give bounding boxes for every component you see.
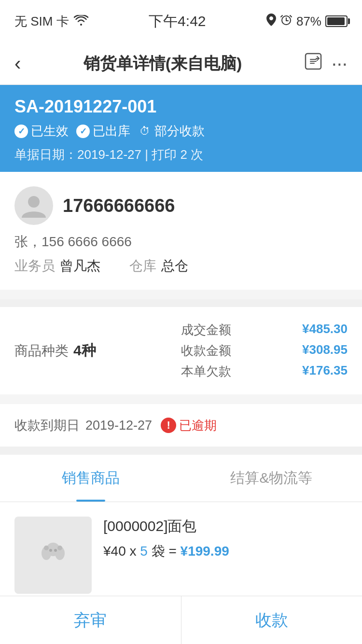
stats-card: 商品种类 4种 成交金额 ¥485.30 收款金额 ¥308.95 本单欠款 ¥… [0, 307, 362, 394]
product-price-line-1: ¥40 x 5 袋 = ¥199.99 [103, 542, 348, 560]
confirm-label: 收款 [255, 609, 288, 631]
doc-info: 单据日期：2019-12-27 | 打印 2 次 [14, 146, 348, 163]
received-amount-value: ¥308.95 [302, 342, 348, 359]
salesperson-value: 曾凡杰 [60, 257, 100, 275]
location-icon [266, 14, 276, 29]
stats-left: 商品种类 4种 [14, 322, 181, 380]
overdue-badge: ! 已逾期 [161, 417, 217, 434]
status-bar: 无 SIM 卡 下午4:42 87% [0, 0, 362, 42]
svg-point-13 [54, 549, 57, 552]
product-name-1: [0000002]面包 [103, 517, 348, 536]
due-date-card: 收款到期日 2019-12-27 ! 已逾期 [0, 404, 362, 447]
owed-amount-row: 本单欠款 ¥176.35 [181, 363, 348, 380]
warehouse-item: 仓库 总仓 [129, 257, 188, 275]
check-icon-1: ✓ [14, 125, 28, 138]
back-button[interactable]: ‹ [14, 53, 21, 74]
clock-icon: ⏱ [138, 125, 152, 138]
customer-top: 17666666666 [14, 186, 348, 225]
product-item: [0000002]面包 ¥40 x 5 袋 = ¥199.99 [0, 502, 362, 609]
trading-amount-label: 成交金额 [181, 322, 231, 338]
status-partial-label: 部分收款 [154, 123, 205, 140]
warehouse-value: 总仓 [161, 257, 188, 275]
alarm-icon [280, 14, 292, 29]
trading-amount-row: 成交金额 ¥485.30 [181, 322, 348, 338]
due-date-label: 收款到期日 [14, 417, 80, 434]
tabs-container: 销售商品 结算&物流等 [0, 455, 362, 502]
status-tag-effective: ✓ 已生效 [14, 123, 69, 140]
due-date-value: 2019-12-27 [85, 418, 152, 433]
svg-line-4 [290, 15, 292, 17]
bottom-bar: 弃审 收款 [0, 596, 362, 644]
status-effective-label: 已生效 [31, 123, 69, 140]
product-qty-1: 5 [140, 544, 148, 559]
header-banner: SA-20191227-001 ✓ 已生效 ✓ 已出库 ⏱ 部分收款 单据日期：… [0, 85, 362, 172]
cancel-label: 弃审 [74, 609, 107, 631]
customer-meta: 业务员 曾凡杰 仓库 总仓 [14, 257, 348, 275]
customer-detail: 张，156 6666 6666 [14, 233, 348, 251]
warehouse-label: 仓库 [129, 257, 156, 275]
nav-actions: ··· [305, 53, 348, 74]
svg-point-12 [49, 549, 52, 552]
overdue-text: 已逾期 [179, 417, 217, 434]
svg-line-3 [281, 15, 282, 17]
divider-2 [0, 447, 362, 455]
stats-right: 成交金额 ¥485.30 收款金额 ¥308.95 本单欠款 ¥176.35 [181, 322, 348, 380]
more-button[interactable]: ··· [332, 53, 348, 74]
cancel-button[interactable]: 弃审 [0, 596, 181, 644]
customer-phone[interactable]: 17666666666 [63, 196, 175, 216]
overdue-icon: ! [161, 418, 176, 433]
battery-percent: 87% [296, 14, 321, 29]
divider-1 [0, 299, 362, 307]
product-multiply-1: x [130, 544, 140, 559]
status-tags: ✓ 已生效 ✓ 已出库 ⏱ 部分收款 [14, 123, 348, 140]
order-id: SA-20191227-001 [14, 97, 348, 117]
status-carrier: 无 SIM 卡 [14, 13, 88, 30]
status-tag-shipped: ✓ 已出库 [76, 123, 130, 140]
salesperson-item: 业务员 曾凡杰 [14, 257, 100, 275]
status-tag-partial: ⏱ 部分收款 [138, 123, 205, 140]
received-amount-label: 收款金额 [181, 342, 231, 359]
product-unit-1: 袋 [152, 544, 165, 559]
status-indicators: 87% [266, 14, 348, 29]
tab-sales-products[interactable]: 销售商品 [0, 455, 181, 502]
customer-card: 17666666666 张，156 6666 6666 业务员 曾凡杰 仓库 总… [0, 172, 362, 290]
tab-sales-label: 销售商品 [62, 470, 120, 486]
product-info-1: [0000002]面包 ¥40 x 5 袋 = ¥199.99 [103, 517, 348, 560]
avatar [14, 186, 53, 225]
trading-amount-value: ¥485.30 [302, 322, 348, 338]
status-shipped-label: 已出库 [93, 123, 130, 140]
category-count: 4种 [73, 341, 96, 361]
owed-amount-label: 本单欠款 [181, 363, 231, 380]
page-title: 销货单详情(来自电脑) [84, 53, 242, 75]
salesperson-label: 业务员 [14, 257, 55, 275]
status-time: 下午4:42 [149, 12, 206, 31]
product-equals-1: = [168, 544, 180, 559]
owed-amount-value: ¥176.35 [302, 363, 348, 380]
check-icon-2: ✓ [76, 125, 90, 138]
tab-settlement-label: 结算&物流等 [230, 470, 312, 486]
battery-icon [325, 15, 348, 27]
svg-point-11 [57, 546, 62, 550]
nav-bar: ‹ 销货单详情(来自电脑) ··· [0, 42, 362, 85]
confirm-button[interactable]: 收款 [181, 596, 362, 644]
svg-point-10 [44, 546, 49, 550]
product-thumb-1 [14, 517, 92, 594]
product-thumb-placeholder-1 [14, 517, 92, 594]
svg-point-6 [28, 196, 40, 208]
carrier-text: 无 SIM 卡 [14, 13, 69, 30]
received-amount-row: 收款金额 ¥308.95 [181, 342, 348, 359]
category-label: 商品种类 [14, 342, 69, 360]
share-button[interactable] [305, 53, 322, 74]
product-total-1: ¥199.99 [181, 544, 229, 559]
wifi-icon [74, 14, 88, 29]
product-price-1: ¥40 [103, 544, 126, 559]
tab-settlement[interactable]: 结算&物流等 [181, 455, 362, 502]
